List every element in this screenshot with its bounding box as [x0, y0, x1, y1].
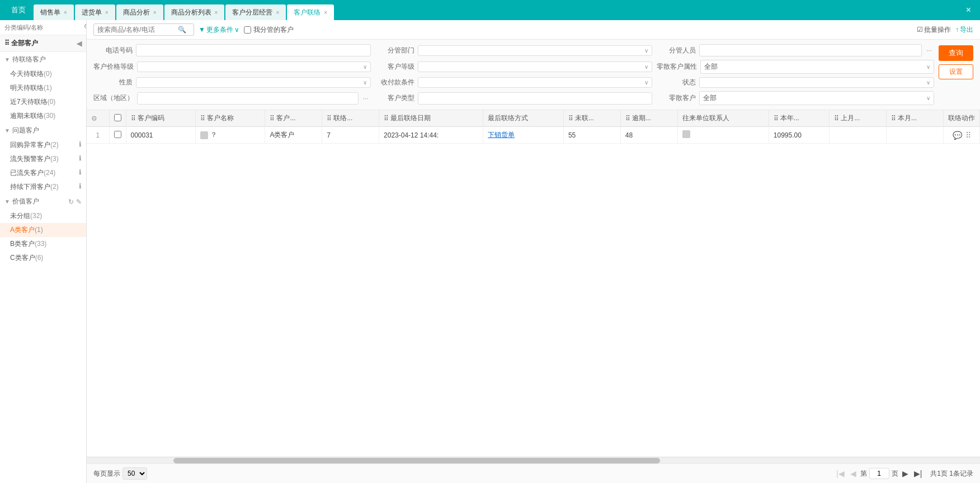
edit-icon[interactable]: ✎ — [76, 198, 82, 206]
batch-op-button[interactable]: ☑ 批量操作 — [917, 25, 951, 35]
th-this-month[interactable]: ⠿ 本月... — [887, 110, 944, 127]
page-input[interactable] — [869, 468, 889, 479]
horizontal-scroll-track[interactable] — [87, 457, 980, 463]
content-area: 🔍 ▼ 更多条件 ∨ 我分管的客户 ☑ 批量操作 ↑ 导出 — [87, 20, 980, 483]
sidebar-group-problem[interactable]: ▼ 问题客户 — [0, 123, 86, 138]
payment-select[interactable]: ∨ — [418, 77, 653, 88]
sidebar-item-7days[interactable]: 近7天待联络(0) — [0, 95, 86, 109]
th-code[interactable]: ⠿ 客户编码 — [126, 110, 195, 127]
scatter-attr-select[interactable]: 全部 ∨ — [700, 60, 934, 74]
search-input[interactable] — [97, 26, 176, 34]
row-name: ？ — [195, 127, 265, 144]
sidebar-item-a-class[interactable]: A类客户(1) — [0, 223, 86, 237]
payment-arrow: ∨ — [644, 79, 648, 86]
sidebar-search-input[interactable] — [4, 24, 82, 31]
adv-filter-row-1: 电话号码 分管部门 ∨ 分管人员 — [93, 44, 934, 56]
sidebar-item-today[interactable]: 今天待联络(0) — [0, 67, 86, 81]
next-page-btn[interactable]: ▶ — [901, 469, 910, 478]
nature-select[interactable]: ∨ — [136, 77, 371, 88]
th-gear[interactable]: ⚙ — [87, 110, 109, 127]
th-this-year[interactable]: ⠿ 本年... — [769, 110, 829, 127]
sidebar-item-b-class[interactable]: B类客户(33) — [0, 237, 86, 251]
nav-tab-analysis[interactable]: 商品分析 × — [116, 4, 163, 20]
horizontal-scroll-thumb[interactable] — [173, 458, 660, 463]
nav-tab-contact[interactable]: 客户联络 × — [287, 4, 334, 20]
region-dots[interactable]: ··· — [361, 94, 371, 102]
all-customers-header[interactable]: ⠿ 全部客户 ◀ — [0, 35, 86, 52]
sidebar-item-overdue[interactable]: 逾期未联络(30) — [0, 109, 86, 123]
first-page-btn[interactable]: |◀ — [835, 469, 846, 478]
row-checkbox[interactable] — [114, 131, 121, 138]
export-button[interactable]: ↑ 导出 — [955, 25, 973, 35]
th-contacts[interactable]: ⠿ 联络... — [322, 110, 379, 127]
window-close-button[interactable]: × — [962, 5, 976, 15]
close-tab-analysis-list[interactable]: × — [215, 10, 218, 16]
chevron-icon: ∨ — [234, 26, 239, 34]
scatter-cust-select[interactable]: 全部 ∨ — [699, 91, 934, 105]
nav-tab-sales[interactable]: 销售单 × — [34, 4, 74, 20]
th-last-month[interactable]: ⠿ 上月... — [830, 110, 887, 127]
dept-arrow: ∨ — [644, 48, 648, 54]
close-tab-sales[interactable]: × — [64, 10, 67, 16]
sidebar-item-repurchase-abnormal[interactable]: 回购异常客户(2) ℹ — [0, 138, 86, 152]
th-overdue[interactable]: ⠿ 逾期... — [620, 110, 677, 127]
nav-tab-purchase[interactable]: 进货单 × — [75, 4, 115, 20]
cust-level-select[interactable]: ∨ — [418, 61, 653, 72]
th-last-date[interactable]: ⠿ 最后联络日期 — [379, 110, 483, 127]
person-input[interactable] — [699, 44, 922, 56]
customer-table: ⚙ ⠿ 客户编码 ⠿ 客户名称 ⠿ 客户... — [87, 110, 980, 144]
sidebar-item-unclassified[interactable]: 未分组(32) — [0, 209, 86, 223]
top-nav: 首页 销售单 × 进货单 × 商品分析 × 商品分析列表 × 客户分层经营 × … — [0, 0, 980, 20]
th-prev-contacts[interactable]: 往来单位联系人 — [677, 110, 769, 127]
sidebar-collapse-icon[interactable]: ◀ — [77, 40, 82, 48]
close-tab-analysis[interactable]: × — [153, 10, 157, 16]
my-customers-checkbox[interactable] — [244, 26, 251, 34]
last-page-btn[interactable]: ▶| — [912, 469, 924, 478]
sidebar-group-pending[interactable]: ▼ 待联络客户 — [0, 52, 86, 67]
nav-tab-analysis-list[interactable]: 商品分析列表 × — [164, 4, 225, 20]
more-conditions-btn[interactable]: ▼ 更多条件 ∨ — [199, 25, 239, 35]
close-tab-segment[interactable]: × — [276, 10, 279, 16]
close-tab-contact[interactable]: × — [324, 10, 327, 16]
setting-button[interactable]: 设置 — [939, 64, 973, 79]
select-all-checkbox[interactable] — [114, 114, 121, 121]
th-checkbox[interactable] — [109, 110, 126, 127]
refresh-icon[interactable]: ↻ — [68, 198, 74, 206]
sidebar-item-churn-warning[interactable]: 流失预警客户(3) ℹ — [0, 152, 86, 166]
sidebar-item-tomorrow[interactable]: 明天待联络(1) — [0, 81, 86, 95]
query-button[interactable]: 查询 — [939, 45, 973, 61]
th-type[interactable]: ⠿ 客户... — [265, 110, 322, 127]
per-page-select[interactable]: 50 — [123, 467, 147, 480]
sidebar-group-value[interactable]: ▼ 价值客户 ↻ ✎ — [0, 194, 86, 209]
page-label: 页 — [892, 469, 898, 479]
cust-level-arrow: ∨ — [644, 64, 648, 70]
prev-page-btn[interactable]: ◀ — [849, 469, 858, 478]
dept-select[interactable]: ∨ — [418, 45, 653, 56]
adv-filter-panel: 电话号码 分管部门 ∨ 分管人员 — [87, 40, 980, 110]
price-level-field: 客户价格等级 ∨ — [93, 61, 371, 72]
th-last-method[interactable]: 最后联络方式 — [483, 110, 564, 127]
search-icon[interactable]: 🔍 — [178, 26, 186, 34]
more-action-icon[interactable]: ⠿ — [965, 131, 971, 140]
row-last-month — [830, 127, 887, 144]
sidebar-item-declining[interactable]: 持续下滑客户(2) ℹ — [0, 180, 86, 194]
close-tab-purchase[interactable]: × — [105, 10, 109, 16]
cust-type-input[interactable] — [418, 92, 653, 105]
nav-home[interactable]: 首页 — [4, 0, 32, 20]
phone-input[interactable] — [136, 44, 371, 56]
export-icon: ↑ — [955, 26, 959, 34]
person-dots[interactable]: ··· — [924, 46, 934, 54]
status-select[interactable]: ∨ — [699, 77, 934, 88]
region-input[interactable] — [137, 92, 359, 105]
sidebar-item-churned[interactable]: 已流失客户(24) ℹ — [0, 166, 86, 180]
row-last-date: 2023-04-12 14:44: — [379, 127, 483, 144]
sidebar-item-c-class[interactable]: C类客户(6) — [0, 251, 86, 265]
nav-tab-segment[interactable]: 客户分层经营 × — [225, 4, 286, 20]
row-this-month — [887, 127, 944, 144]
price-level-select[interactable]: ∨ — [137, 61, 371, 72]
th-uncontacted[interactable]: ⠿ 未联... — [563, 110, 620, 127]
th-name[interactable]: ⠿ 客户名称 — [195, 110, 265, 127]
contact-icon[interactable]: 💬 — [953, 131, 962, 140]
search-input-container: 🔍 — [93, 23, 194, 36]
last-method-link[interactable]: 下销货单 — [488, 131, 515, 139]
